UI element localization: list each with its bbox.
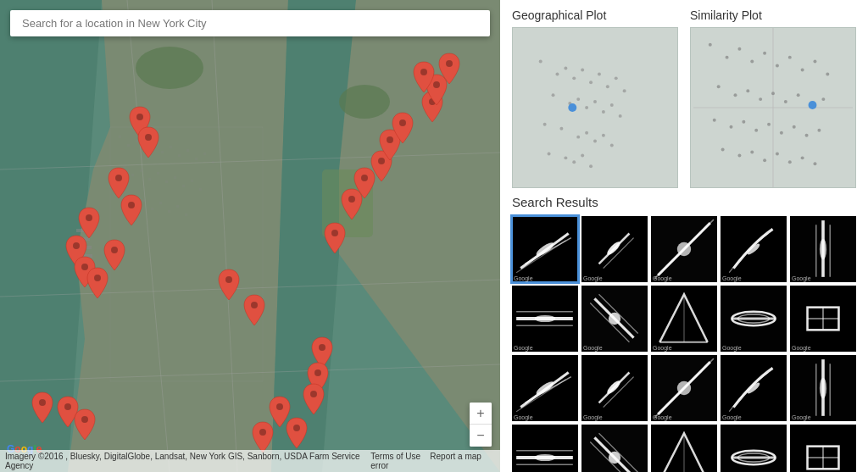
result-thumb[interactable]: Google bbox=[721, 286, 787, 352]
svg-point-171 bbox=[820, 239, 826, 260]
svg-point-120 bbox=[788, 56, 792, 59]
svg-rect-15 bbox=[127, 144, 130, 147]
svg-point-95 bbox=[602, 110, 605, 114]
result-thumb[interactable]: Google bbox=[651, 355, 717, 421]
svg-point-100 bbox=[576, 136, 580, 139]
svg-rect-18 bbox=[153, 142, 155, 145]
result-thumb[interactable]: Google bbox=[651, 216, 717, 282]
svg-point-137 bbox=[767, 123, 771, 126]
svg-rect-17 bbox=[144, 148, 147, 151]
search-input[interactable] bbox=[10, 10, 490, 36]
result-thumb[interactable]: Google bbox=[512, 425, 578, 472]
attribution-text: Imagery ©2016 , Bluesky, DigitalGlobe, L… bbox=[5, 452, 370, 470]
svg-rect-7 bbox=[322, 169, 373, 237]
svg-point-116 bbox=[737, 47, 741, 51]
map-container: Google + − Imagery ©2016 , Bluesky, Digi… bbox=[0, 0, 500, 472]
result-thumb[interactable]: Google bbox=[651, 425, 717, 472]
geographical-plot-box[interactable] bbox=[512, 27, 678, 188]
svg-rect-31 bbox=[165, 180, 168, 183]
result-thumb[interactable]: Google bbox=[512, 355, 578, 421]
thumb-label: Google bbox=[653, 414, 672, 420]
svg-point-108 bbox=[581, 153, 584, 157]
svg-rect-79 bbox=[515, 28, 675, 187]
result-thumb[interactable]: Google bbox=[790, 216, 856, 282]
zoom-in-button[interactable]: + bbox=[470, 403, 492, 425]
search-bar[interactable] bbox=[10, 10, 490, 36]
result-thumb[interactable]: Google bbox=[721, 425, 787, 472]
thumb-label: Google bbox=[722, 275, 742, 281]
svg-point-144 bbox=[750, 150, 754, 153]
results-grid: Google Google Google Google Google Googl… bbox=[512, 216, 856, 472]
svg-point-132 bbox=[821, 97, 825, 101]
terms-link[interactable]: Terms of Use bbox=[370, 452, 420, 461]
svg-rect-46 bbox=[78, 246, 92, 249]
svg-point-90 bbox=[552, 93, 555, 97]
right-panel: Geographical Plot Similarity Plot bbox=[500, 0, 868, 472]
svg-rect-39 bbox=[151, 208, 153, 210]
zoom-controls: + − bbox=[470, 403, 492, 447]
geographical-plot-section: Geographical Plot bbox=[512, 8, 678, 188]
svg-point-181 bbox=[609, 313, 620, 325]
svg-point-99 bbox=[559, 127, 563, 130]
svg-point-142 bbox=[721, 147, 725, 151]
map-attribution: Imagery ©2016 , Bluesky, DigitalGlobe, L… bbox=[0, 450, 500, 472]
result-thumb[interactable]: Google bbox=[790, 286, 856, 352]
svg-point-107 bbox=[572, 160, 576, 164]
svg-point-102 bbox=[593, 140, 597, 143]
svg-point-81 bbox=[555, 72, 559, 75]
svg-point-87 bbox=[606, 85, 609, 88]
svg-rect-22 bbox=[186, 149, 189, 152]
svg-rect-43 bbox=[185, 214, 187, 216]
result-thumb[interactable]: Google bbox=[581, 355, 648, 421]
svg-point-5 bbox=[136, 47, 203, 89]
svg-point-138 bbox=[780, 131, 783, 135]
result-thumb[interactable]: Google bbox=[790, 355, 856, 421]
svg-point-97 bbox=[619, 114, 622, 118]
result-thumb[interactable]: Google bbox=[581, 425, 648, 472]
svg-point-125 bbox=[733, 93, 737, 97]
svg-rect-37 bbox=[134, 203, 136, 206]
zoom-out-button[interactable]: − bbox=[470, 425, 492, 447]
result-thumb[interactable]: Google bbox=[512, 286, 578, 352]
svg-point-86 bbox=[598, 72, 601, 75]
svg-point-149 bbox=[813, 162, 816, 165]
svg-rect-21 bbox=[178, 154, 181, 157]
thumb-label: Google bbox=[514, 275, 533, 281]
svg-point-96 bbox=[610, 103, 614, 107]
svg-point-218 bbox=[535, 454, 556, 461]
svg-point-176 bbox=[535, 315, 556, 322]
svg-point-104 bbox=[610, 144, 614, 147]
result-thumb[interactable]: Google bbox=[512, 216, 578, 282]
svg-point-134 bbox=[730, 125, 733, 129]
svg-point-103 bbox=[602, 134, 605, 137]
thumb-label: Google bbox=[514, 414, 533, 420]
svg-point-146 bbox=[776, 152, 779, 155]
svg-point-109 bbox=[589, 164, 593, 168]
thumb-label: Google bbox=[653, 275, 672, 281]
thumb-label: Google bbox=[583, 345, 603, 351]
result-thumb[interactable]: Google bbox=[721, 216, 787, 282]
svg-rect-38 bbox=[142, 199, 145, 202]
result-thumb[interactable]: Google bbox=[581, 216, 648, 282]
result-thumb[interactable]: Google bbox=[651, 286, 717, 352]
svg-rect-25 bbox=[212, 161, 214, 164]
svg-point-206 bbox=[677, 381, 691, 395]
svg-rect-35 bbox=[199, 188, 202, 191]
result-thumb[interactable]: Google bbox=[790, 425, 856, 472]
svg-point-143 bbox=[737, 153, 741, 157]
result-thumb[interactable]: Google bbox=[581, 286, 648, 352]
svg-point-110 bbox=[568, 103, 576, 112]
svg-rect-34 bbox=[191, 180, 193, 182]
result-thumb[interactable]: Google bbox=[721, 355, 787, 421]
svg-point-141 bbox=[817, 129, 821, 132]
svg-rect-23 bbox=[195, 158, 198, 160]
svg-point-89 bbox=[623, 89, 626, 92]
thumb-label: Google bbox=[722, 414, 742, 420]
search-results-section: Search Results Google Google Google Goog… bbox=[512, 195, 856, 472]
similarity-plot-box[interactable] bbox=[690, 27, 856, 188]
svg-point-213 bbox=[820, 378, 826, 399]
svg-rect-42 bbox=[176, 205, 179, 208]
similarity-plot-section: Similarity Plot bbox=[690, 8, 856, 188]
svg-rect-26 bbox=[123, 165, 125, 168]
svg-point-80 bbox=[539, 60, 542, 64]
